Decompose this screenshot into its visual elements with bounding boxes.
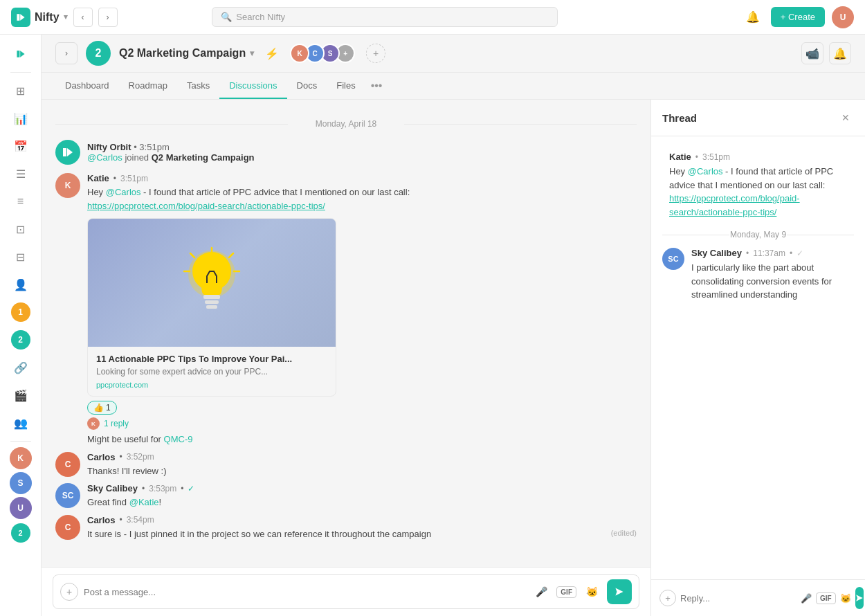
thumbsup-reaction[interactable]: 👍 1 <box>87 401 117 415</box>
notification-icon[interactable]: 🔔 <box>829 42 851 64</box>
thread-input-area: + 🎤 GIF 🐱 <box>651 579 865 616</box>
thread-emoji-icon[interactable]: 🐱 <box>840 588 851 608</box>
link-preview-card[interactable]: 11 Actionable PPC Tips To Improve Your P… <box>87 218 336 397</box>
reaction-row: 👍 1 <box>87 401 637 415</box>
carlos-2-time: 3:54pm <box>127 515 154 525</box>
link-preview-title: 11 Actionable PPC Tips To Improve Your P… <box>96 354 327 364</box>
sidebar-item-widget[interactable]: ⊡ <box>8 217 33 242</box>
link-preview-domain: ppcprotect.com <box>96 381 327 389</box>
svg-rect-4 <box>206 305 217 309</box>
chat-input-area: + 🎤 GIF 🐱 <box>42 567 650 616</box>
system-message-text: Nifty Orbit • 3:51pm @Carlos joined Q2 M… <box>87 142 255 163</box>
project-header-right: 📹 🔔 <box>801 42 851 64</box>
send-message-button[interactable] <box>607 579 632 604</box>
project-sidebar-toggle[interactable]: › <box>55 42 78 64</box>
thread-add-button[interactable]: + <box>659 590 676 606</box>
link-preview-body: 11 Actionable PPC Tips To Improve Your P… <box>88 347 336 396</box>
thread-microphone-icon[interactable]: 🎤 <box>801 588 812 608</box>
create-button[interactable]: + Create <box>771 7 825 27</box>
edited-label: (edited) <box>611 527 637 539</box>
sidebar-item-calendar[interactable]: 📅 <box>8 134 33 158</box>
sidebar-item-widget2[interactable]: ⊟ <box>8 244 33 269</box>
sidebar-avatar-3[interactable]: U <box>10 497 32 519</box>
ppc-link[interactable]: https://ppcprotect.com/blog/paid-search/… <box>87 201 325 211</box>
svg-line-8 <box>229 253 233 257</box>
thread-link[interactable]: https://ppcprotect.com/blog/paid-search/… <box>669 193 800 217</box>
emoji-icon[interactable]: 🐱 <box>582 582 601 601</box>
katie-sender-name: Katie <box>87 173 109 183</box>
app-logo[interactable]: Nifty ▾ <box>11 8 68 27</box>
sidebar-item-video[interactable]: 🎬 <box>8 383 33 408</box>
nav-forward-button[interactable]: › <box>98 8 118 27</box>
sidebar-item-home[interactable] <box>8 42 33 66</box>
carlos-1-time: 3:52pm <box>127 452 154 462</box>
tab-tasks[interactable]: Tasks <box>177 73 219 99</box>
bolt-icon[interactable]: ⚡ <box>262 44 282 63</box>
sidebar-item-list[interactable]: ☰ <box>8 161 33 186</box>
thread-send-button[interactable] <box>855 587 864 609</box>
sidebar-item-badge-orange[interactable]: 1 <box>8 300 33 325</box>
bullet-separator: • <box>113 174 116 183</box>
carlos-sender-name: Carlos <box>87 452 115 462</box>
thread-reply-msg: SC Sky Calibey • 11:37am • ✓ I particula… <box>662 248 854 302</box>
logo-icon <box>11 8 30 27</box>
app-name: Nifty <box>35 11 60 24</box>
katie-avatar: K <box>55 173 80 198</box>
thread-date-divider: Monday, May 9 <box>662 230 854 239</box>
chat-messages: Monday, April 18 Nifty Orbi <box>42 100 650 567</box>
add-member-button[interactable]: + <box>366 44 385 63</box>
sidebar-item-dashboard[interactable]: ⊞ <box>8 78 33 103</box>
project-title[interactable]: Q2 Marketing Campaign ▾ <box>119 47 254 60</box>
carlos-1-body: Thanks! I'll review :) <box>87 464 637 478</box>
thread-original-body: Hey @Carlos - I found that article of PP… <box>669 165 854 219</box>
thread-header: Thread ✕ <box>651 100 865 136</box>
reply-link[interactable]: 1 reply <box>104 419 129 428</box>
sidebar-item-analytics[interactable]: 📊 <box>8 106 33 131</box>
notification-bell-icon[interactable]: 🔔 <box>742 6 764 28</box>
katie-followup: Might be useful for QMC-9 <box>87 433 637 446</box>
sky-calibey-thread-avatar: SC <box>662 248 684 270</box>
microphone-icon[interactable]: 🎤 <box>531 582 551 601</box>
sidebar-item-badge-teal[interactable]: 2 <box>8 327 33 352</box>
carlos-1-content: Carlos • 3:52pm Thanks! I'll review :) <box>87 452 637 478</box>
tab-roadmap[interactable]: Roadmap <box>119 73 177 99</box>
nav-back-button[interactable]: ‹ <box>73 8 93 27</box>
tab-dashboard[interactable]: Dashboard <box>55 73 119 99</box>
chat-message-sky: SC Sky Calibey • 3:53pm • ✓ <box>55 483 637 509</box>
katie-message-body: Hey @Carlos - I found that article of PP… <box>87 185 637 212</box>
sidebar-item-people[interactable]: 👤 <box>8 272 33 297</box>
svg-rect-3 <box>205 300 219 304</box>
chat-message-input[interactable] <box>84 587 526 597</box>
discussion-layout: Monday, April 18 Nifty Orbi <box>42 100 865 616</box>
thread-reply-input[interactable] <box>680 593 796 604</box>
tab-discussions[interactable]: Discussions <box>219 73 286 99</box>
sidebar-badge-2: 2 <box>11 523 30 543</box>
tab-docs[interactable]: Docs <box>287 73 327 99</box>
chat-add-button[interactable]: + <box>60 583 78 601</box>
thread-original-content: Katie • 3:51pm Hey @Carlos - I found tha… <box>669 152 854 219</box>
search-bar[interactable]: 🔍 Search Nifty <box>212 7 558 27</box>
tab-files[interactable]: Files <box>327 73 365 99</box>
sidebar-item-team[interactable]: 👥 <box>8 410 33 435</box>
thread-close-button[interactable]: ✕ <box>837 109 854 126</box>
left-sidebar: ⊞ 📊 📅 ☰ ≡ ⊡ ⊟ 👤 1 2 🔗 🎬 👥 K S U 2 <box>0 35 42 616</box>
reply-avatar: K <box>87 417 100 430</box>
tab-more-icon[interactable]: ••• <box>365 73 388 99</box>
video-call-icon[interactable]: 📹 <box>801 42 823 64</box>
sidebar-avatar-2[interactable]: S <box>10 472 32 494</box>
thread-input-wrap: + 🎤 GIF 🐱 <box>659 587 857 609</box>
katie-message-time: 3:51pm <box>120 174 148 183</box>
thread-panel: Thread ✕ Katie • <box>650 100 865 616</box>
thread-gif-button[interactable]: GIF <box>816 592 836 604</box>
sidebar-item-list2[interactable]: ≡ <box>8 189 33 214</box>
thread-reply-body: I particularly like the part about conso… <box>691 261 854 302</box>
gif-button[interactable]: GIF <box>556 586 576 598</box>
sidebar-avatar-1[interactable]: K <box>10 447 32 469</box>
top-navigation: Nifty ▾ ‹ › 🔍 Search Nifty 🔔 + Create U <box>0 0 865 35</box>
thread-title: Thread <box>662 112 697 124</box>
carlos-avatar: C <box>55 452 80 477</box>
sidebar-item-link[interactable]: 🔗 <box>8 355 33 380</box>
sky-sender-name: Sky Calibey <box>87 483 138 493</box>
user-avatar[interactable]: U <box>832 6 854 28</box>
dropdown-chevron-icon: ▾ <box>64 12 68 21</box>
